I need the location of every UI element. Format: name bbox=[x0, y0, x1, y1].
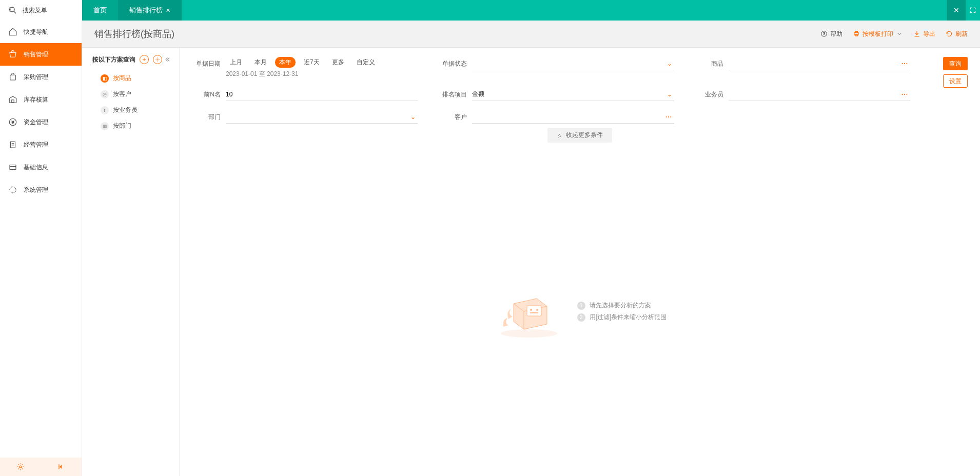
scheme-item-salesperson[interactable]: ⫾ 按业务员 bbox=[92, 102, 171, 118]
tab-label: 销售排行榜 bbox=[129, 6, 163, 15]
scheme-item-customer[interactable]: ◷ 按客户 bbox=[92, 86, 171, 102]
nav-label: 采购管理 bbox=[24, 73, 48, 82]
sidebar-item-basedata[interactable]: 基础信息 bbox=[0, 156, 82, 179]
query-button[interactable]: 查询 bbox=[943, 57, 968, 70]
step-number: 1 bbox=[577, 302, 585, 310]
svg-text:¥: ¥ bbox=[12, 120, 14, 125]
button-label: 设置 bbox=[949, 77, 962, 86]
field-label: 单据状态 bbox=[438, 57, 472, 70]
nav-label: 销售管理 bbox=[24, 50, 48, 59]
sidebar-item-purchase[interactable]: 采购管理 bbox=[0, 66, 82, 88]
scheme-item-label: 按业务员 bbox=[113, 106, 138, 114]
header-actions: ? 帮助 按模板打印 导出 刷新 bbox=[820, 30, 968, 38]
scheme-settings-button[interactable] bbox=[153, 55, 162, 64]
close-all-tabs-button[interactable]: ✕ bbox=[947, 0, 966, 21]
svg-rect-24 bbox=[527, 306, 541, 316]
sidebar: 搜索菜单 快捷导航 销售管理 采购管理 库存核算 ¥ 资金管理 经营管理 基础 bbox=[0, 0, 82, 476]
ellipsis-icon: ··· bbox=[901, 60, 908, 67]
sidebar-item-quicknav[interactable]: 快捷导航 bbox=[0, 21, 82, 43]
svg-rect-16 bbox=[59, 464, 60, 469]
svg-point-22 bbox=[157, 59, 159, 61]
filters: 查询 设置 单据日期 上月 本月 本年 近 bbox=[180, 48, 980, 147]
page-title: 销售排行榜(按商品) bbox=[94, 28, 174, 40]
empty-step-1: 1 请先选择要分析的方案 bbox=[577, 301, 667, 310]
scheme-item-label: 按部门 bbox=[113, 122, 131, 130]
grid-icon: ▦ bbox=[101, 122, 109, 130]
field-topn: 前N名 bbox=[192, 88, 418, 101]
settings-button[interactable] bbox=[0, 458, 41, 476]
collapse-label: 收起更多条件 bbox=[566, 131, 603, 140]
svg-point-14 bbox=[10, 187, 16, 193]
sidebar-item-sales[interactable]: 销售管理 bbox=[0, 43, 82, 66]
close-icon[interactable]: ✕ bbox=[166, 7, 170, 14]
chart-icon: ⫾ bbox=[101, 106, 109, 114]
pill-last-month[interactable]: 上月 bbox=[226, 57, 246, 68]
sidebar-item-inventory[interactable]: 库存核算 bbox=[0, 88, 82, 111]
field-salesperson: 业务员 ··· bbox=[695, 88, 910, 101]
action-label: 导出 bbox=[923, 30, 935, 38]
bag-icon bbox=[8, 72, 17, 82]
empty-state: 1 请先选择要分析的方案 2 用[过滤]条件来缩小分析范围 bbox=[180, 147, 980, 476]
sidebar-item-operations[interactable]: 经营管理 bbox=[0, 133, 82, 156]
customer-select[interactable]: ··· bbox=[472, 110, 674, 124]
export-button[interactable]: 导出 bbox=[913, 30, 935, 38]
empty-step-2: 2 用[过滤]条件来缩小分析范围 bbox=[577, 313, 667, 322]
collapse-scheme-button[interactable] bbox=[164, 56, 171, 63]
settings-button-filters[interactable]: 设置 bbox=[943, 74, 968, 88]
search-menu[interactable]: 搜索菜单 bbox=[0, 0, 82, 21]
field-label: 客户 bbox=[438, 110, 472, 124]
nav-label: 经营管理 bbox=[24, 141, 48, 149]
fullscreen-button[interactable] bbox=[966, 0, 980, 21]
help-button[interactable]: ? 帮助 bbox=[820, 30, 842, 38]
date-range-text: 2023-01-01 至 2023-12-31 bbox=[226, 70, 418, 78]
add-scheme-button[interactable]: + bbox=[140, 55, 149, 64]
status-select[interactable]: ⌄ bbox=[472, 57, 674, 70]
pill-custom[interactable]: 自定义 bbox=[352, 57, 379, 68]
ellipsis-icon: ··· bbox=[665, 113, 672, 121]
collapse-sidebar-button[interactable] bbox=[41, 458, 82, 476]
collapse-filters-button[interactable]: 收起更多条件 bbox=[547, 128, 612, 143]
department-select[interactable]: ⌄ bbox=[226, 110, 418, 124]
nav-label: 库存核算 bbox=[24, 95, 48, 104]
field-label: 部门 bbox=[192, 110, 226, 124]
scheme-panel: 按以下方案查询 + ◧ 按商品 ◷ 按客户 bbox=[82, 48, 180, 476]
svg-text:?: ? bbox=[823, 32, 825, 35]
scheme-item-product[interactable]: ◧ 按商品 bbox=[92, 70, 171, 86]
nav-label: 系统管理 bbox=[24, 186, 48, 194]
search-icon bbox=[8, 6, 17, 15]
sales-icon bbox=[8, 50, 17, 59]
field-rank: 排名项目 金额 ⌄ bbox=[438, 88, 674, 101]
chevron-down-icon: ⌄ bbox=[667, 91, 672, 98]
home-icon bbox=[8, 27, 17, 36]
pill-this-month[interactable]: 本月 bbox=[250, 57, 271, 68]
pill-more[interactable]: 更多 bbox=[328, 57, 348, 68]
tab-sales-ranking[interactable]: 销售排行榜 ✕ bbox=[118, 0, 182, 21]
action-label: 帮助 bbox=[830, 30, 842, 38]
field-label: 业务员 bbox=[695, 88, 729, 101]
sidebar-footer bbox=[0, 458, 82, 476]
tab-label: 首页 bbox=[93, 6, 107, 15]
clipboard-icon bbox=[8, 140, 17, 149]
pill-last-7-days[interactable]: 近7天 bbox=[300, 57, 324, 68]
tab-home[interactable]: 首页 bbox=[82, 0, 118, 21]
svg-rect-20 bbox=[855, 31, 858, 32]
field-customer: 客户 ··· bbox=[438, 110, 674, 124]
refresh-button[interactable]: 刷新 bbox=[946, 30, 968, 38]
sidebar-item-system[interactable]: 系统管理 bbox=[0, 179, 82, 201]
pill-this-year[interactable]: 本年 bbox=[275, 57, 296, 68]
print-template-button[interactable]: 按模板打印 bbox=[853, 30, 903, 38]
rank-select[interactable]: 金额 ⌄ bbox=[472, 88, 674, 101]
svg-point-15 bbox=[19, 466, 22, 468]
topn-input[interactable] bbox=[226, 88, 418, 101]
product-select[interactable]: ··· bbox=[729, 57, 910, 70]
sidebar-item-finance[interactable]: ¥ 资金管理 bbox=[0, 111, 82, 133]
field-status: 单据状态 ⌄ bbox=[438, 57, 674, 78]
box-icon: ◧ bbox=[101, 74, 109, 83]
svg-rect-12 bbox=[10, 165, 16, 170]
svg-point-23 bbox=[501, 329, 557, 338]
salesperson-select[interactable]: ··· bbox=[729, 88, 910, 101]
scheme-item-department[interactable]: ▦ 按部门 bbox=[92, 118, 171, 134]
action-label: 按模板打印 bbox=[863, 30, 893, 38]
svg-point-26 bbox=[536, 309, 538, 311]
field-label: 排名项目 bbox=[438, 88, 472, 101]
